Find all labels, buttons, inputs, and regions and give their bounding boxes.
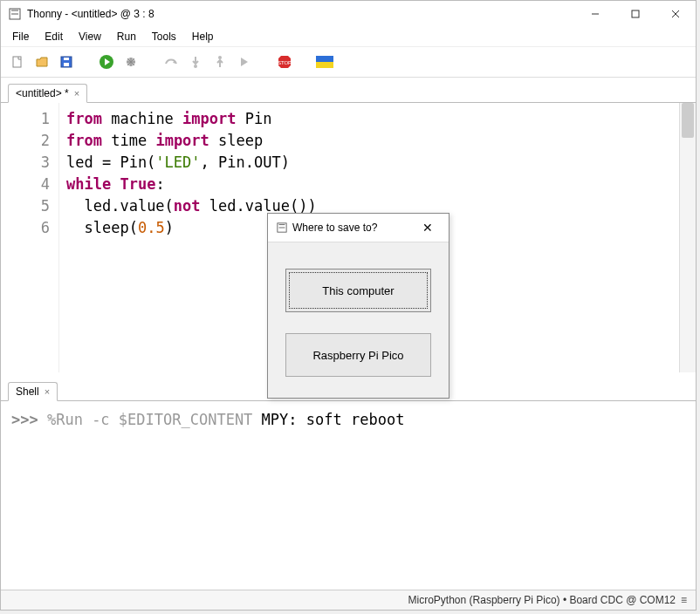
menu-view[interactable]: View: [72, 29, 107, 44]
line-number: 4: [1, 174, 50, 195]
shell-output: MPY: soft reboot: [262, 411, 405, 428]
line-number: 6: [1, 217, 50, 239]
step-out-icon[interactable]: [210, 52, 230, 72]
step-over-icon[interactable]: [161, 52, 181, 72]
toolbar: STOP: [1, 47, 696, 78]
svg-point-9: [194, 65, 197, 68]
line-number: 1: [1, 108, 50, 130]
svg-rect-5: [64, 63, 69, 66]
minimize-button[interactable]: [575, 1, 615, 27]
shell-prompt: >>>: [11, 411, 47, 428]
close-shell-icon[interactable]: ×: [45, 386, 50, 397]
menu-file[interactable]: File: [6, 29, 35, 44]
svg-rect-6: [64, 58, 69, 60]
dialog-body: This computer Raspberry Pi Pico: [268, 242, 449, 398]
line-gutter: 1 2 3 4 5 6: [1, 103, 59, 372]
flag-icon[interactable]: [315, 52, 334, 72]
scrollbar-thumb[interactable]: [682, 103, 694, 138]
save-icon[interactable]: [57, 52, 76, 72]
app-window: Thonny - <untitled> @ 3 : 8 File Edit Vi…: [0, 0, 697, 611]
titlebar: Thonny - <untitled> @ 3 : 8: [1, 1, 696, 27]
debug-icon[interactable]: [121, 52, 141, 72]
menu-tools[interactable]: Tools: [146, 29, 182, 44]
dialog-close-icon[interactable]: ✕: [415, 221, 440, 235]
svg-rect-3: [13, 57, 21, 67]
this-computer-button[interactable]: This computer: [285, 269, 431, 312]
new-file-icon[interactable]: [8, 52, 27, 72]
svg-rect-2: [632, 10, 639, 17]
statusbar: MicroPython (Raspberry Pi Pico) • Board …: [1, 590, 696, 610]
dialog-titlebar: Where to save to? ✕: [268, 214, 449, 242]
svg-point-10: [218, 56, 222, 59]
raspberry-pi-pico-button[interactable]: Raspberry Pi Pico: [285, 333, 431, 377]
save-location-dialog: Where to save to? ✕ This computer Raspbe…: [267, 213, 450, 399]
menu-help[interactable]: Help: [186, 29, 220, 44]
app-icon: [277, 222, 287, 233]
close-tab-icon[interactable]: ×: [74, 88, 79, 99]
editor-tabs: <untitled> * ×: [1, 78, 696, 102]
line-number: 3: [1, 152, 50, 174]
svg-rect-13: [316, 56, 333, 62]
run-icon[interactable]: [97, 52, 116, 72]
app-icon: [8, 7, 22, 21]
editor-scrollbar[interactable]: [679, 103, 696, 372]
line-number: 5: [1, 195, 50, 217]
file-tab[interactable]: <untitled> * ×: [8, 84, 87, 103]
window-buttons: [575, 1, 696, 27]
line-number: 2: [1, 130, 50, 152]
svg-rect-14: [316, 62, 333, 68]
file-tab-label: <untitled> *: [16, 87, 69, 99]
menu-run[interactable]: Run: [111, 29, 142, 44]
shell-tab[interactable]: Shell ×: [8, 382, 58, 401]
step-into-icon[interactable]: [186, 52, 205, 72]
svg-text:STOP: STOP: [278, 60, 292, 65]
stop-icon[interactable]: STOP: [275, 52, 294, 72]
menubar: File Edit View Run Tools Help: [1, 27, 696, 47]
open-file-icon[interactable]: [32, 52, 51, 72]
maximize-button[interactable]: [615, 1, 655, 27]
interpreter-status[interactable]: MicroPython (Raspberry Pi Pico) • Board …: [408, 594, 676, 606]
shell-pane[interactable]: >>> %Run -c $EDITOR_CONTENT MPY: soft re…: [1, 400, 696, 590]
resume-icon[interactable]: [235, 52, 254, 72]
window-title: Thonny - <untitled> @ 3 : 8: [27, 8, 154, 20]
shell-tab-label: Shell: [16, 385, 39, 398]
menu-icon[interactable]: ≡: [681, 594, 687, 606]
menu-edit[interactable]: Edit: [38, 29, 69, 44]
dialog-title: Where to save to?: [292, 222, 377, 234]
shell-run-line: %Run -c $EDITOR_CONTENT: [47, 411, 252, 428]
close-button[interactable]: [655, 1, 696, 27]
